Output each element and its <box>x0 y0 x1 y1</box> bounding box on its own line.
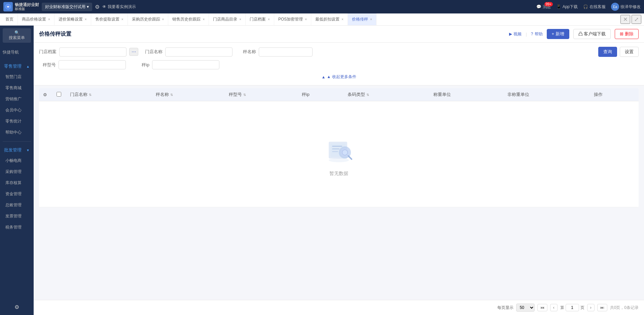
scale-model-input[interactable] <box>59 60 126 69</box>
query-button[interactable]: 查询 <box>598 47 617 57</box>
th-checkbox <box>52 88 66 101</box>
close-icon[interactable]: × <box>370 18 372 21</box>
close-icon[interactable]: × <box>48 18 50 21</box>
tab-purchase-strategy[interactable]: 进价策略设置 × <box>55 13 91 26</box>
sidebar-item-members[interactable]: 会员中心 <box>3 105 31 116</box>
settings-form-button[interactable]: 设置 <box>620 47 639 57</box>
scale-name-input[interactable] <box>259 47 313 57</box>
tab-pos-management[interactable]: POS加密管理 × <box>274 13 311 26</box>
app-version: 标准版 <box>15 7 39 11</box>
expand-tab-button[interactable]: ⤢ <box>632 15 641 24</box>
tab-product-price[interactable]: 商品价格设置 × <box>18 13 55 26</box>
settings-icon[interactable]: ⚙ <box>95 4 100 10</box>
svg-point-7 <box>342 150 348 155</box>
tab-price-scale[interactable]: 价格传秤 × <box>348 13 377 26</box>
download-client-button[interactable]: 凸 客户端下载 <box>573 29 611 39</box>
tab-sales-history[interactable]: 销售历史价跟踪 × <box>168 13 209 26</box>
top-bar-left: 畅捷通好业财 标准版 好业财标准版交付试用 ▾ ⚙ 👁 我要看实例演示 <box>3 2 136 11</box>
scale-name-label: 秤名称 <box>239 49 256 55</box>
app-logo-icon <box>3 2 13 11</box>
sidebar-item-quick-nav[interactable]: 快捷导航 <box>0 47 34 58</box>
tab-bar: 首页 商品价格设置 × 进价策略设置 × 售价提取设置 × 采购历史价跟踪 × … <box>0 13 644 26</box>
tab-min-discount[interactable]: 最低折扣设置 × <box>311 13 348 26</box>
scale-ip-item: 秤ip <box>133 60 219 69</box>
demo-button[interactable]: 👁 我要看实例演示 <box>102 4 136 10</box>
sidebar-item-finance[interactable]: 资金管理 <box>3 188 31 200</box>
table-head: ⚙ 门店名称 ⇅ 秤名称 <box>39 88 639 101</box>
close-icon[interactable]: × <box>268 18 270 21</box>
close-icon[interactable]: × <box>239 18 241 21</box>
scale-model-label: 秤型号 <box>39 62 56 68</box>
svg-line-6 <box>348 156 352 159</box>
per-page-select[interactable]: 20 50 100 <box>516 304 535 312</box>
sidebar-wholesale-header[interactable]: 批发管理 ▼ <box>3 145 31 155</box>
chevron-down-icon: ▼ <box>26 148 30 152</box>
app-download-button[interactable]: 📱 App下载 <box>556 4 578 10</box>
close-icon[interactable]: × <box>121 18 123 21</box>
sidebar-item-retail-mall[interactable]: 零售商城 <box>3 82 31 94</box>
tab-store-archive[interactable]: 门店档案 × <box>246 13 274 26</box>
empty-text: 暂无数据 <box>329 171 348 177</box>
sidebar-item-invoice[interactable]: 发票管理 <box>3 211 31 222</box>
content-area: 价格传秤设置 ▶ 视频 | ? 帮助 + 新增 凸 客户端下载 ⊠ <box>34 26 644 315</box>
delete-button[interactable]: ⊠ 删除 <box>615 29 639 39</box>
sidebar-item-inventory[interactable]: 库存核算 <box>3 177 31 188</box>
pagination-last-button[interactable]: ⏭ <box>597 304 607 311</box>
page-header-actions: ▶ 视频 | ? 帮助 + 新增 凸 客户端下载 ⊠ 删除 <box>509 29 639 39</box>
version-selector[interactable]: 好业财标准版交付试用 ▾ <box>42 3 92 11</box>
store-name-input[interactable] <box>165 47 232 57</box>
avatar: Ea <box>611 3 619 11</box>
store-name-item: 门店名称 <box>145 47 232 57</box>
store-archive-input[interactable] <box>59 47 127 57</box>
sort-icon: ⇅ <box>170 93 173 97</box>
close-icon[interactable]: × <box>305 18 307 21</box>
empty-state: 暂无数据 <box>43 105 635 204</box>
sidebar-retail-header[interactable]: 零售管理 ▲ <box>3 61 31 71</box>
version-selector-text: 好业财标准版交付试用 <box>45 4 85 10</box>
store-archive-dots-button[interactable]: ··· <box>129 48 138 56</box>
tab-store-catalog[interactable]: 门店商品目录 × <box>209 13 246 26</box>
tab-purchase-history[interactable]: 采购历史价跟踪 × <box>128 13 169 26</box>
close-icon[interactable]: × <box>85 18 87 21</box>
close-tab-button[interactable]: ✕ <box>620 15 630 24</box>
app-logo: 畅捷通好业财 标准版 <box>3 2 39 11</box>
settings-icon[interactable]: ⚙ <box>43 92 47 97</box>
tab-sale-extract[interactable]: 售价提取设置 × <box>91 13 128 26</box>
tab-home[interactable]: 首页 <box>1 13 18 26</box>
sidebar-item-marketing[interactable]: 营销推广 <box>3 94 31 105</box>
sidebar-item-ecommerce[interactable]: 小畅电商 <box>3 155 31 166</box>
video-link[interactable]: ▶ 视频 <box>509 31 522 37</box>
messages-button[interactable]: 💬 消息 99+ <box>536 4 551 10</box>
help-link[interactable]: ? 帮助 <box>531 31 543 37</box>
close-icon[interactable]: × <box>342 18 344 21</box>
scale-ip-input[interactable] <box>152 60 219 69</box>
th-non-weight-unit: 非称重单位 <box>503 88 590 101</box>
sidebar-item-purchase[interactable]: 采购管理 <box>3 166 31 177</box>
add-button[interactable]: + 新增 <box>547 29 569 39</box>
user-menu[interactable]: Ea 徐泽华修改 <box>611 3 641 11</box>
pagination-total-info: 共0页，0条记录 <box>610 305 639 311</box>
online-service-button[interactable]: 🎧 在线客服 <box>583 4 606 10</box>
sidebar-item-retail-stats[interactable]: 零售统计 <box>3 116 31 127</box>
app-download-label: App下载 <box>563 4 578 10</box>
close-icon[interactable]: × <box>162 18 164 21</box>
search-menu-button[interactable]: 🔍 搜索菜单 <box>3 28 31 43</box>
sidebar-settings-icon[interactable]: ⚙ <box>3 302 31 312</box>
sidebar-quick-nav: 快捷导航 <box>0 45 34 59</box>
sidebar-item-smart-store[interactable]: 智慧门店 <box>3 71 31 82</box>
page-number-input[interactable] <box>566 304 579 311</box>
sidebar-divider <box>3 141 31 142</box>
pagination-bar: 每页显示 20 50 100 ⏮ ‹ 算 页 › ⏭ 共0页，0条记录 <box>34 300 644 315</box>
sidebar-item-help[interactable]: 帮助中心 <box>3 127 31 138</box>
sidebar-item-tax[interactable]: 税务管理 <box>3 222 31 233</box>
select-all-checkbox[interactable] <box>57 92 61 97</box>
th-scale-model: 秤型号 ⇅ <box>225 88 298 101</box>
collapse-button[interactable]: ▲ ▲ 收起更多条件 <box>321 73 356 81</box>
pagination-first-button[interactable]: ⏮ <box>537 304 547 311</box>
close-icon[interactable]: × <box>203 18 205 21</box>
th-barcode-type: 条码类型 ⇅ <box>344 88 429 101</box>
demo-label: 我要看实例演示 <box>108 4 136 10</box>
sidebar-item-accounting[interactable]: 总账管理 <box>3 200 31 211</box>
pagination-prev-button[interactable]: ‹ <box>550 304 558 311</box>
pagination-next-button[interactable]: › <box>587 304 595 311</box>
